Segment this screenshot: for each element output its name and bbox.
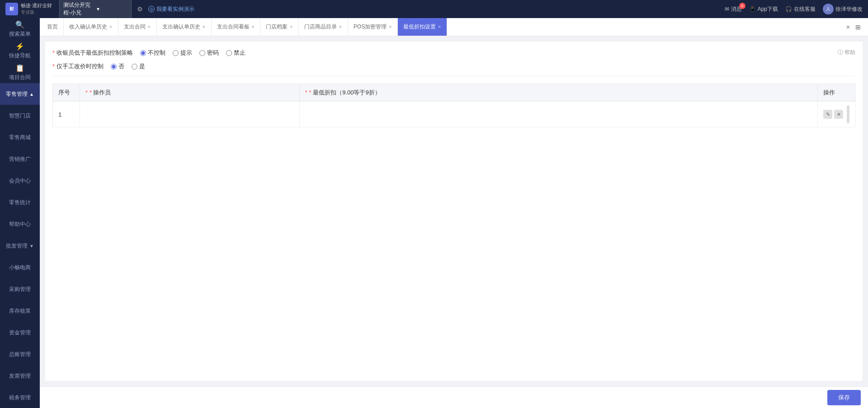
policy-no-control[interactable]: 不控制 <box>140 49 165 57</box>
tab-pos-password-close[interactable]: × <box>388 24 392 29</box>
discount-table: 序号 * 操作员 * 最低折扣（9.00等于9折） 操作 <box>52 84 855 127</box>
policy-password-label: 密码 <box>207 49 219 57</box>
tab-min-discount[interactable]: 最低折扣设置 × <box>398 18 447 36</box>
sidebar-item-marketing[interactable]: 营销推广 <box>0 148 40 170</box>
sidebar-item-help[interactable]: 帮助中心 <box>0 213 40 235</box>
sidebar-item-purchase[interactable]: 采购管理 <box>0 278 40 300</box>
tab-min-discount-close[interactable]: × <box>438 24 441 29</box>
online-support-label: 在线客服 <box>794 5 816 13</box>
sidebar-label-tax: 税务管理 <box>9 394 31 402</box>
policy-password[interactable]: 密码 <box>199 49 219 57</box>
sidebar-label-invoice: 发票管理 <box>9 372 31 380</box>
sidebar-label-inventory: 库存核算 <box>9 307 31 315</box>
message-button[interactable]: ✉ 消息 8 <box>725 5 742 13</box>
policy-prompt-radio[interactable] <box>173 50 179 56</box>
demo-link-text: 我要看实例演示 <box>156 5 194 13</box>
page-panel: ⓘ 帮助 收银员低于最低折扣控制策略 不控制 <box>45 42 863 381</box>
bottom-bar: 保存 <box>40 386 868 408</box>
sidebar-label-retail-stats: 零售统计 <box>9 199 31 206</box>
chevron-down-icon: ▾ <box>97 6 127 12</box>
tab-home[interactable]: 首页 <box>42 18 64 36</box>
top-right: ✉ 消息 8 📱 App下载 🎧 在线客服 人 徐泽华修改 <box>725 4 863 14</box>
policy-no-control-radio[interactable] <box>140 50 146 56</box>
sidebar-label-mall: 零售商城 <box>9 134 31 141</box>
sidebar-item-invoice[interactable]: 发票管理 <box>0 365 40 387</box>
sidebar-item-quicknav[interactable]: ⚡ 快捷导航 <box>0 40 40 61</box>
tab-store-products[interactable]: 门店商品目录 × <box>299 18 348 36</box>
sidebar-item-funds[interactable]: 资金管理 <box>0 322 40 343</box>
th-discount-asterisk: * <box>309 89 313 96</box>
demo-link[interactable]: ◎ 我要看实例演示 <box>148 5 194 13</box>
policy-radio-group: 不控制 提示 密码 禁 <box>140 49 245 57</box>
sidebar-item-mall[interactable]: 零售商城 <box>0 127 40 148</box>
tab-store-archive[interactable]: 门店档案 × <box>260 18 299 36</box>
sidebar-label-smart-store: 智慧门店 <box>9 112 31 120</box>
tab-bar-actions: × ⊞ <box>841 23 866 32</box>
sidebar-label-purchase: 采购管理 <box>9 286 31 293</box>
user-name: 徐泽华修改 <box>835 5 863 13</box>
project-selector[interactable]: 测试分开完程-小兄 ▾ <box>59 0 132 19</box>
cell-discount-1 <box>299 102 817 127</box>
tab-close-button[interactable]: × <box>844 23 852 32</box>
logo-text: 畅捷·通好业财 <box>21 3 52 9</box>
tab-store-archive-close[interactable]: × <box>289 24 293 29</box>
tab-income-history[interactable]: 收入确认单历史 × <box>64 18 118 36</box>
tab-bar: 首页 收入确认单历史 × 支出合同 × 支出确认单历史 × 支出合同看板 × 门… <box>40 18 868 36</box>
delete-icon[interactable]: ✕ <box>834 110 843 119</box>
sidebar-item-ledger[interactable]: 总账管理 <box>0 343 40 365</box>
tab-expense-contract-close[interactable]: × <box>147 24 151 29</box>
manual-yes-radio[interactable] <box>132 64 137 70</box>
sidebar-item-contract[interactable]: 📋 项目合同 <box>0 61 40 83</box>
sidebar-label-contract: 项目合同 <box>9 74 31 81</box>
manual-yes-label: 是 <box>139 62 145 70</box>
sidebar-item-smart-store[interactable]: 智慧门店 <box>0 105 40 127</box>
sidebar-item-inventory[interactable]: 库存核算 <box>0 300 40 322</box>
manual-no-label: 否 <box>118 62 124 70</box>
policy-password-radio[interactable] <box>199 50 205 56</box>
tab-expense-history[interactable]: 支出确认单历史 × <box>157 18 212 36</box>
tab-expense-board[interactable]: 支出合同看板 × <box>212 18 261 36</box>
th-operator: * 操作员 <box>80 84 300 102</box>
sidebar-item-wholesale[interactable]: 批发管理 ▼ <box>0 235 40 257</box>
save-button[interactable]: 保存 <box>827 390 861 405</box>
edit-icon[interactable]: ✎ <box>823 110 832 119</box>
app-download-button[interactable]: 📱 App下载 <box>749 5 778 13</box>
sidebar-item-tax[interactable]: 税务管理 <box>0 387 40 408</box>
download-icon: 📱 <box>749 6 756 12</box>
policy-prompt[interactable]: 提示 <box>173 49 192 57</box>
online-support-button[interactable]: 🎧 在线客服 <box>785 5 816 13</box>
sidebar-label-quicknav: 快捷导航 <box>9 52 31 60</box>
sidebar-label-search: 搜索菜单 <box>9 30 31 38</box>
page-content: ⓘ 帮助 收银员低于最低折扣控制策略 不控制 <box>40 36 868 386</box>
sidebar-item-retail-stats[interactable]: 零售统计 <box>0 192 40 213</box>
user-menu[interactable]: 人 徐泽华修改 <box>823 4 863 14</box>
policy-prompt-label: 提示 <box>180 49 192 57</box>
sidebar-label-help: 帮助中心 <box>9 220 31 228</box>
policy-forbidden-radio[interactable] <box>226 50 232 56</box>
sidebar-label-ecommerce: 小畅电商 <box>9 264 31 272</box>
tab-expense-contract[interactable]: 支出合同 × <box>118 18 157 36</box>
tab-maximize-button[interactable]: ⊞ <box>854 23 863 32</box>
tab-income-history-close[interactable]: × <box>109 24 113 29</box>
sidebar-item-member[interactable]: 会员中心 <box>0 170 40 192</box>
action-icons: ✎ ✕ <box>823 105 849 123</box>
tab-expense-history-close[interactable]: × <box>202 24 206 29</box>
policy-forbidden[interactable]: 禁止 <box>226 49 245 57</box>
sidebar-label-retail: 零售管理 <box>6 90 28 98</box>
tab-store-products-close[interactable]: × <box>339 24 342 29</box>
sidebar-label-funds: 资金管理 <box>9 329 31 337</box>
tab-expense-board-close[interactable]: × <box>251 24 255 29</box>
sidebar-item-ecommerce[interactable]: 小畅电商 <box>0 257 40 278</box>
help-button[interactable]: ⓘ 帮助 <box>838 49 855 56</box>
tab-min-discount-label: 最低折扣设置 <box>403 23 436 31</box>
manual-no-radio[interactable] <box>111 64 117 70</box>
manual-yes[interactable]: 是 <box>132 62 145 70</box>
sidebar-item-search[interactable]: 🔍 搜索菜单 <box>0 18 40 40</box>
tab-pos-password[interactable]: POS加密管理 × <box>348 18 398 36</box>
manual-no[interactable]: 否 <box>111 62 124 70</box>
tab-expense-board-label: 支出合同看板 <box>217 23 250 31</box>
gear-button[interactable]: ⚙ <box>135 4 145 14</box>
tab-expense-history-label: 支出确认单历史 <box>162 23 200 31</box>
sidebar-item-retail[interactable]: 零售管理 ▲ <box>0 83 40 105</box>
th-seq: 序号 <box>53 84 80 102</box>
